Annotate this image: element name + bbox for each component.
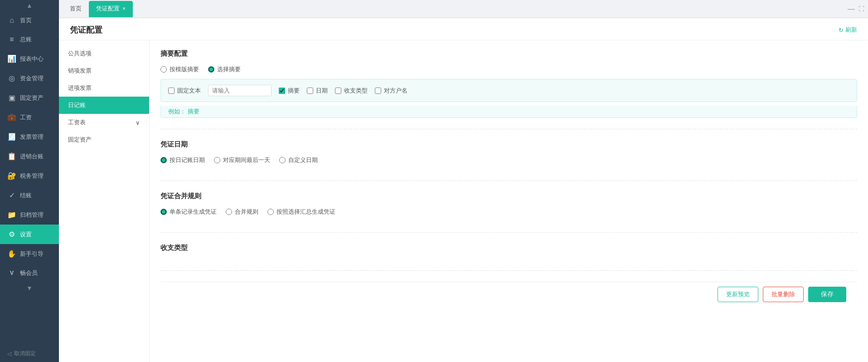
tab-home[interactable]: 首页 — [63, 1, 89, 17]
sidebar-item-ledger[interactable]: ≡ 总账 — [0, 30, 59, 49]
radio-select-summary[interactable]: 选择摘要 — [208, 65, 241, 73]
section-date: 凭证日期 按日记账日期 对应期间最后一天 自定义日期 — [160, 140, 857, 181]
radio-last-day[interactable]: 对应期间最后一天 — [214, 156, 270, 164]
section-merge-title: 凭证合并规则 — [160, 192, 857, 201]
checkbox-income-type[interactable]: 收支类型 — [335, 87, 368, 95]
footer-actions: 更新预览 批量删除 保存 — [160, 282, 857, 307]
section-income-type: 收支类型 — [160, 244, 857, 271]
left-nav: 公共选项 销项发票 进项发票 日记账 工资表 ∨ 固定资产 — [59, 40, 150, 362]
save-button[interactable]: 保存 — [808, 287, 846, 302]
ledger-icon: ≡ — [7, 35, 16, 44]
refresh-button[interactable]: ↻ 刷新 — [839, 26, 857, 34]
checkbox-date[interactable]: 日期 — [307, 87, 328, 95]
home-icon: ⌂ — [7, 16, 16, 24]
section-merge: 凭证合并规则 单条记录生成凭证 合并规则 按照选择汇总生成凭证 — [160, 192, 857, 233]
sidebar-item-settings[interactable]: ⚙ 设置 — [0, 225, 59, 244]
summary-checkbox-row: 固定文本 摘要 日期 收支类型 — [160, 79, 857, 102]
sidebar-item-close[interactable]: ✓ 结账 — [0, 186, 59, 205]
purchase-icon: 📋 — [7, 152, 16, 161]
radio-last-day-input[interactable] — [214, 157, 220, 163]
date-checkbox[interactable] — [307, 88, 313, 94]
pin-icon: ◁ — [7, 351, 11, 357]
radio-single-record[interactable]: 单条记录生成凭证 — [160, 208, 217, 216]
main-area: 首页 凭证配置 × — ⛶ 凭证配置 ↻ 刷新 公共选项 销项发票 进项 — [59, 0, 868, 362]
member-icon: V — [7, 270, 16, 276]
sidebar-item-salary[interactable]: 💼 工资 — [0, 108, 59, 127]
window-maximize-icon[interactable]: ⛶ — [858, 5, 864, 12]
counterpart-checkbox[interactable] — [375, 88, 381, 94]
left-nav-public[interactable]: 公共选项 — [59, 45, 149, 62]
sidebar-item-home[interactable]: ⌂ 首页 — [0, 11, 59, 30]
tab-close-icon[interactable]: × — [122, 5, 126, 12]
tab-bar-right: — ⛶ — [848, 5, 864, 13]
section-income-type-title: 收支类型 — [160, 244, 857, 252]
left-nav-fixed[interactable]: 固定资产 — [59, 131, 149, 148]
radio-custom-date[interactable]: 自定义日期 — [279, 156, 318, 164]
sidebar-scroll-down[interactable]: ▼ — [0, 283, 59, 294]
sidebar-item-archive[interactable]: 📁 归档管理 — [0, 205, 59, 225]
checkbox-fixed-text[interactable]: 固定文本 — [168, 87, 201, 95]
radio-journal-date[interactable]: 按日记账日期 — [160, 156, 205, 164]
salary-icon: 💼 — [7, 113, 16, 122]
radio-single-input[interactable] — [160, 209, 167, 215]
sidebar-item-invoice[interactable]: 🧾 发票管理 — [0, 127, 59, 147]
left-nav-journal[interactable]: 日记账 — [59, 97, 149, 114]
left-nav-payroll[interactable]: 工资表 ∨ — [59, 114, 149, 131]
checkbox-summary[interactable]: 摘要 — [279, 87, 300, 95]
summary-checkbox[interactable] — [279, 88, 285, 94]
settings-icon: ⚙ — [7, 230, 16, 239]
window-minimize-icon[interactable]: — — [848, 5, 855, 13]
sidebar-item-fund[interactable]: ◎ 资金管理 — [0, 68, 59, 88]
radio-journal-date-input[interactable] — [160, 157, 167, 163]
content-layout: 公共选项 销项发票 进项发票 日记账 工资表 ∨ 固定资产 摘要配置 — [59, 40, 868, 362]
radio-custom-date-input[interactable] — [279, 157, 286, 163]
summary-options-container: 固定文本 摘要 日期 收支类型 — [160, 79, 857, 118]
left-nav-sales[interactable]: 销项发票 — [59, 62, 149, 79]
radio-select-input[interactable] — [208, 66, 214, 73]
fixed-text-input[interactable] — [208, 85, 272, 96]
assets-icon: ▣ — [7, 93, 16, 102]
page-header: 凭证配置 ↻ 刷新 — [59, 18, 868, 40]
expand-arrow-icon: ∨ — [136, 119, 140, 126]
example-text: 例如： 摘要 — [160, 106, 857, 118]
sidebar-item-guide[interactable]: ✋ 新手引导 — [0, 244, 59, 264]
right-content: 摘要配置 按模版摘要 选择摘要 固定文本 — [150, 40, 868, 362]
tab-voucher-config[interactable]: 凭证配置 × — [89, 1, 133, 17]
invoice-icon: 🧾 — [7, 132, 16, 141]
radio-select-merge[interactable]: 按照选择汇总生成凭证 — [267, 208, 335, 216]
close-accounts-icon: ✓ — [7, 191, 16, 200]
radio-template-summary[interactable]: 按模版摘要 — [160, 65, 199, 73]
radio-merge-rule-input[interactable] — [226, 209, 232, 215]
guide-icon: ✋ — [7, 249, 16, 258]
date-radio-group: 按日记账日期 对应期间最后一天 自定义日期 — [160, 156, 857, 164]
sidebar-scroll-up[interactable]: ▲ — [0, 0, 59, 11]
radio-merge-rule[interactable]: 合并规则 — [226, 208, 258, 216]
refresh-icon: ↻ — [839, 27, 844, 34]
sidebar-item-tax[interactable]: 🔐 税务管理 — [0, 166, 59, 186]
sidebar: ▲ ⌂ 首页 ≡ 总账 📊 报表中心 ◎ 资金管理 ▣ 固定资产 💼 工资 🧾 … — [0, 0, 59, 362]
sidebar-item-member[interactable]: V 畅会员 — [0, 264, 59, 283]
sidebar-item-assets[interactable]: ▣ 固定资产 — [0, 88, 59, 108]
section-summary-title: 摘要配置 — [160, 49, 857, 58]
section-summary: 摘要配置 按模版摘要 选择摘要 固定文本 — [160, 49, 857, 129]
radio-template-input[interactable] — [160, 66, 167, 73]
section-date-title: 凭证日期 — [160, 140, 857, 149]
merge-radio-group: 单条记录生成凭证 合并规则 按照选择汇总生成凭证 — [160, 208, 857, 216]
batch-delete-button[interactable]: 批量删除 — [763, 287, 804, 302]
archive-icon: 📁 — [7, 210, 16, 219]
radio-select-merge-input[interactable] — [267, 209, 274, 215]
page-title: 凭证配置 — [70, 24, 102, 35]
tab-bar: 首页 凭证配置 × — ⛶ — [59, 0, 868, 18]
checkbox-counterpart[interactable]: 对方户名 — [375, 87, 407, 95]
sidebar-item-purchase[interactable]: 📋 进销台账 — [0, 147, 59, 166]
tax-icon: 🔐 — [7, 171, 16, 180]
fund-icon: ◎ — [7, 74, 16, 83]
sidebar-item-report[interactable]: 📊 报表中心 — [0, 49, 59, 68]
income-type-checkbox[interactable] — [335, 88, 341, 94]
summary-radio-group: 按模版摘要 选择摘要 — [160, 65, 857, 73]
update-preview-button[interactable]: 更新预览 — [718, 287, 758, 302]
left-nav-purchase[interactable]: 进项发票 — [59, 79, 149, 97]
fixed-text-checkbox[interactable] — [168, 88, 175, 94]
sidebar-pin-toggle[interactable]: ◁ 取消固定 — [0, 345, 59, 362]
report-icon: 📊 — [7, 54, 16, 63]
